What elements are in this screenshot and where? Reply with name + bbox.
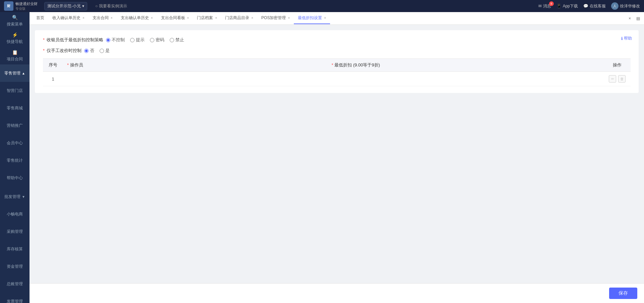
tab-min-discount-close[interactable]: ×: [324, 16, 326, 20]
purchase-label: 采购管理: [7, 229, 23, 235]
sidebar-item-purchase[interactable]: 采购管理: [0, 223, 30, 240]
radio-hint[interactable]: [130, 38, 135, 42]
sidebar-item-invoice[interactable]: 发票管理: [0, 293, 30, 303]
logo-icon: 财: [4, 1, 13, 11]
sidebar: 🔍 搜索菜单 ⚡ 快捷导航 📋 项目合同 零售管理 ▲ 智营门店 零售商城 营销…: [0, 12, 30, 303]
manual-price-row: * 仅手工改价时控制 否 是: [43, 48, 631, 54]
retail-arrow-icon: ▲: [22, 71, 25, 75]
user-action[interactable]: 人 徐泽华修改: [611, 2, 640, 10]
option-hint[interactable]: 提示: [130, 37, 145, 43]
sidebar-item-help-center[interactable]: 帮助中心: [0, 169, 30, 187]
smart-store-label: 智营门店: [7, 88, 23, 94]
content-area: 首页 收入确认单历史 × 支出合同 × 支出确认单历史 × 支出合同看板 × 门…: [30, 12, 644, 303]
tab-home[interactable]: 首页: [32, 12, 48, 24]
tab-pos-close[interactable]: ×: [288, 16, 290, 20]
tab-bar-actions: × ▤: [627, 15, 641, 21]
edit-icon[interactable]: ✏: [609, 75, 616, 83]
help-icon: ℹ: [621, 36, 623, 41]
radio-no[interactable]: [84, 49, 89, 53]
retail-mall-label: 零售商城: [7, 105, 23, 111]
sidebar-item-retail-mall[interactable]: 零售商城: [0, 99, 30, 117]
shortcut-icon: ⚡: [12, 32, 18, 38]
message-badge: 8: [549, 1, 554, 6]
service-icon: 💬: [583, 4, 588, 8]
sidebar-item-ecommerce[interactable]: 小畅电商: [0, 205, 30, 223]
option-forbid[interactable]: 禁止: [170, 37, 184, 43]
batch-label: 批发管理: [4, 194, 20, 200]
tab-income-history-close[interactable]: ×: [83, 16, 85, 20]
dropdown-icon: ▾: [82, 4, 84, 8]
main-layout: 🔍 搜索菜单 ⚡ 快捷导航 📋 项目合同 零售管理 ▲ 智营门店 零售商城 营销…: [0, 12, 644, 303]
action-icons: ✏ 🗑: [608, 75, 627, 83]
tab-payment-board-close[interactable]: ×: [187, 16, 189, 20]
radio-yes[interactable]: [100, 49, 104, 53]
cashier-policy-row: * 收银员低于最低折扣控制策略 不控制 提示: [43, 37, 631, 43]
help-label: 帮助: [624, 36, 632, 41]
avatar: 人: [611, 2, 619, 10]
sidebar-item-accounting[interactable]: 总账管理: [0, 275, 30, 293]
sidebar-item-project-contract[interactable]: 📋 项目合同: [0, 47, 30, 64]
cell-seq: 1: [43, 72, 63, 86]
online-service-action[interactable]: 💬 在线客服: [583, 3, 606, 9]
delete-icon[interactable]: 🗑: [618, 75, 626, 83]
tab-payment-history-label: 支出确认单历史: [121, 15, 149, 21]
col-discount-header: * 最低折扣 (9.00等于9折): [327, 59, 604, 72]
cell-actions: ✏ 🗑: [604, 72, 631, 86]
cell-operator: [63, 72, 327, 86]
tab-close-all-button[interactable]: ×: [627, 15, 632, 21]
sidebar-item-fund[interactable]: 资金管理: [0, 258, 30, 275]
manual-price-label: * 仅手工改价时控制: [43, 48, 82, 54]
ecommerce-label: 小畅电商: [7, 211, 23, 217]
sidebar-item-smart-store[interactable]: 智营门店: [0, 82, 30, 99]
top-header: 财 畅捷通好业财 专业版 测试分开示范-小兄 ▾ ○ 我要看实例演示 ✉ 消息 …: [0, 0, 644, 12]
tab-bar: 首页 收入确认单历史 × 支出合同 × 支出确认单历史 × 支出合同看板 × 门…: [30, 12, 644, 25]
sidebar-item-search-menu[interactable]: 🔍 搜索菜单: [0, 12, 30, 30]
option-no-control[interactable]: 不控制: [106, 37, 125, 43]
sidebar-item-retail[interactable]: 零售管理 ▲: [0, 64, 30, 82]
option-password[interactable]: 密码: [150, 37, 164, 43]
radio-password[interactable]: [150, 38, 154, 42]
tab-pos-management[interactable]: POS加密管理 ×: [257, 12, 294, 24]
tab-home-label: 首页: [36, 15, 44, 21]
sidebar-item-member-center[interactable]: 会员中心: [0, 134, 30, 152]
tab-min-discount-label: 最低折扣设置: [298, 15, 322, 21]
demo-link[interactable]: ○ 我要看实例演示: [95, 3, 127, 9]
tab-payment-contract-close[interactable]: ×: [111, 16, 113, 20]
sidebar-item-retail-stats[interactable]: 零售统计: [0, 152, 30, 169]
sidebar-item-shortcuts[interactable]: ⚡ 快捷导航: [0, 30, 30, 47]
sidebar-item-batch[interactable]: 批发管理 ▼: [0, 188, 30, 205]
option-yes[interactable]: 是: [100, 48, 110, 54]
option-no[interactable]: 否: [84, 48, 94, 54]
tab-store-file[interactable]: 门店档案 ×: [193, 12, 221, 24]
tab-income-history[interactable]: 收入确认单历史 ×: [48, 12, 89, 24]
cashier-policy-options: 不控制 提示 密码 禁止: [106, 37, 184, 43]
tab-menu-button[interactable]: ▤: [635, 15, 641, 21]
save-button[interactable]: 保存: [609, 288, 637, 299]
help-center-label: 帮助中心: [7, 175, 23, 181]
page-card: ℹ 帮助 * 收银员低于最低折扣控制策略 不控制: [35, 30, 639, 93]
sidebar-item-marketing[interactable]: 营销推广: [0, 117, 30, 134]
member-center-label: 会员中心: [7, 140, 23, 146]
tab-store-file-close[interactable]: ×: [215, 16, 217, 20]
table-header-row: 序号 * 操作员 * 最低折扣 (9.00等于9折) 操作: [43, 59, 631, 72]
tab-min-discount[interactable]: 最低折扣设置 ×: [294, 12, 330, 24]
tab-store-goods-close[interactable]: ×: [251, 16, 253, 20]
tab-store-file-label: 门店档案: [197, 15, 213, 21]
project-selector[interactable]: 测试分开示范-小兄 ▾: [44, 2, 87, 10]
required-star-2: *: [43, 48, 45, 53]
tab-payment-history[interactable]: 支出确认单历史 ×: [117, 12, 157, 24]
radio-no-control[interactable]: [106, 38, 110, 42]
demo-text: 我要看实例演示: [99, 3, 127, 9]
sidebar-item-inventory[interactable]: 库存核算: [0, 240, 30, 258]
app-download-action[interactable]: 📱 App下载: [556, 3, 578, 9]
tab-store-goods[interactable]: 门店商品目录 ×: [221, 12, 257, 24]
tab-payment-board-label: 支出合同看板: [161, 15, 185, 21]
tab-payment-contract[interactable]: 支出合同 ×: [89, 12, 117, 24]
help-button[interactable]: ℹ 帮助: [621, 36, 632, 41]
tab-payment-history-close[interactable]: ×: [151, 16, 153, 20]
header-left: 财 畅捷通好业财 专业版 测试分开示范-小兄 ▾ ○ 我要看实例演示: [4, 1, 127, 11]
user-name: 徐泽华修改: [620, 3, 640, 9]
tab-payment-board[interactable]: 支出合同看板 ×: [157, 12, 193, 24]
message-action[interactable]: ✉ 消息 8: [538, 3, 551, 9]
radio-forbid[interactable]: [170, 38, 174, 42]
